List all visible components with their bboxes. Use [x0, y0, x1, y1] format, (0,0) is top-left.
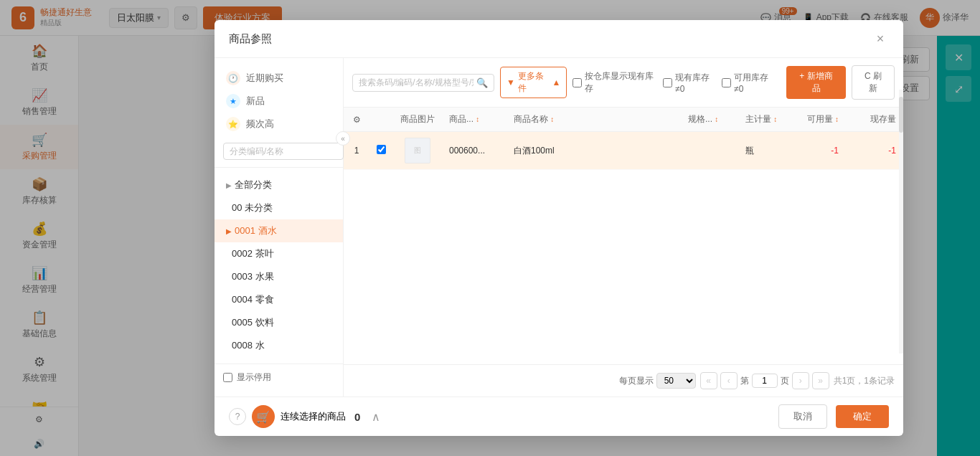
warehouse-checkbox[interactable]: [573, 78, 582, 87]
cart-count: 0: [354, 411, 360, 423]
modal-footer: ? 🛒 连续选择的商品 0 ∧ 取消 确定: [215, 396, 903, 436]
product-table: ⚙ 商品图片 商品... ↕ 商品名称 ↕: [344, 108, 903, 364]
page-size-select[interactable]: 10 20 50 100: [656, 373, 696, 389]
cart-icon: 🛒: [256, 410, 270, 424]
row-unit: 瓶: [738, 132, 788, 170]
last-page-button[interactable]: »: [812, 372, 829, 389]
avail-label: 现有库存≠0: [675, 72, 716, 94]
quick-filter-new[interactable]: ★ 新品: [220, 90, 337, 113]
cat-item-snack[interactable]: 0004 零食: [215, 288, 343, 311]
cat-item-label: 0003 水果: [232, 270, 274, 283]
cat-item-all[interactable]: ▶ 全部分类: [215, 174, 343, 196]
freq-icon: ⭐: [226, 117, 240, 131]
quick-filter-recent[interactable]: 🕐 近期购买: [220, 67, 337, 90]
confirm-button[interactable]: 确定: [836, 405, 889, 428]
row-code: 000600...: [442, 132, 507, 170]
col-checkbox: [369, 108, 393, 132]
recent-icon: 🕐: [226, 71, 240, 85]
quick-filters: 🕐 近期购买 ★ 新品 ⭐ 频次高: [215, 64, 343, 138]
table-row[interactable]: 1 图 000600... 白酒100ml: [344, 132, 903, 170]
col-image-header: 商品图片: [393, 108, 442, 132]
col-settings[interactable]: ⚙: [344, 108, 369, 132]
cat-item-label: 0008 水: [232, 339, 265, 352]
cat-item-label: 0005 饮料: [232, 316, 274, 329]
cat-item-label: 0002 茶叶: [232, 247, 274, 260]
cat-item-label: 00 未分类: [232, 201, 273, 214]
cat-item-uncategorized[interactable]: 00 未分类: [215, 196, 343, 219]
table-toolbar: 🔍 ▼ 更多条件 ▲ 按仓库显示现有库存 现有库存≠0 可用: [344, 58, 903, 108]
cat-item-tea[interactable]: 0002 茶叶: [215, 242, 343, 265]
col-stock-header: 现存量: [846, 108, 903, 132]
scrollbar-thumb[interactable]: [899, 97, 903, 133]
help-button[interactable]: ?: [229, 408, 246, 425]
modal-header: 商品参照 ×: [215, 20, 903, 58]
warehouse-label: 按仓库显示现有库存: [585, 70, 657, 95]
product-search-input[interactable]: [359, 77, 473, 87]
prev-page-button[interactable]: ‹: [720, 372, 738, 389]
cat-item-drink[interactable]: 0005 饮料: [215, 311, 343, 334]
table-settings-icon[interactable]: ⚙: [353, 115, 361, 125]
cat-arrow-icon: ▶: [226, 181, 232, 189]
category-panel: 🕐 近期购买 ★ 新品 ⭐ 频次高 « 🔍: [215, 58, 344, 396]
cat-arrow-icon: ▶: [226, 227, 232, 235]
cat-divider: [215, 167, 343, 168]
category-list: ▶ 全部分类 00 未分类 ▶ 0001 酒水 0002 茶叶 0003 水果: [215, 171, 343, 364]
cart-button[interactable]: 🛒: [252, 405, 275, 428]
avail-checkbox[interactable]: [663, 78, 672, 87]
pagination: 每页显示 10 20 50 100 « ‹ 第 页 › »: [344, 364, 903, 396]
page-size-selector: 每页显示 10 20 50 100: [619, 373, 696, 389]
usable-checkbox[interactable]: [722, 78, 731, 87]
new-icon: ★: [226, 94, 240, 108]
cart-area: ? 🛒 连续选择的商品 0 ∧: [229, 405, 770, 428]
cat-item-label: 0001 酒水: [235, 224, 277, 237]
refresh-table-button[interactable]: C 刷新: [852, 65, 895, 100]
page-number-input[interactable]: [752, 374, 778, 388]
cat-bottom: 显示停用: [215, 364, 343, 391]
scrollbar-track: [899, 90, 903, 353]
quick-filter-freq[interactable]: ⭐ 频次高: [220, 113, 337, 136]
filter-btn-label: 更多条件: [518, 70, 550, 95]
new-product-button[interactable]: + 新增商品: [786, 66, 846, 99]
usable-filter[interactable]: 可用库存≠0: [722, 72, 775, 94]
quick-filter-label: 新品: [246, 95, 265, 108]
cat-item-label: 全部分类: [235, 179, 272, 191]
row-checkbox[interactable]: [377, 145, 386, 154]
category-search-input[interactable]: [223, 143, 344, 160]
col-unit-header[interactable]: 主计量 ↕: [738, 108, 788, 132]
row-spec: [681, 132, 738, 170]
cart-label: 连续选择的商品: [281, 410, 346, 423]
sort-icon: ↕: [835, 115, 839, 123]
avail-filter[interactable]: 现有库存≠0: [663, 72, 716, 94]
category-search: 🔍: [215, 138, 343, 164]
row-avail: -1: [788, 132, 846, 170]
collapse-panel-button[interactable]: «: [336, 131, 350, 146]
col-code-header[interactable]: 商品... ↕: [442, 108, 507, 132]
sort-icon: ↕: [550, 115, 554, 123]
sort-icon: ↕: [715, 115, 718, 123]
col-name-header[interactable]: 商品名称 ↕: [507, 108, 681, 132]
cat-item-appliances[interactable]: 0010 家电: [215, 357, 343, 364]
cat-item-label: 0004 零食: [232, 293, 274, 306]
first-page-button[interactable]: «: [700, 372, 717, 389]
cancel-button[interactable]: 取消: [778, 404, 827, 429]
col-spec-header[interactable]: 规格... ↕: [681, 108, 738, 132]
cat-item-fruit[interactable]: 0003 水果: [215, 265, 343, 288]
more-filter-button[interactable]: ▼ 更多条件 ▲: [500, 67, 567, 98]
cat-item-water[interactable]: 0008 水: [215, 334, 343, 357]
table-panel: 🔍 ▼ 更多条件 ▲ 按仓库显示现有库存 现有库存≠0 可用: [344, 58, 903, 396]
modal-close-button[interactable]: ×: [872, 30, 889, 47]
col-avail-header[interactable]: 可用量 ↕: [788, 108, 846, 132]
cat-item-liquor[interactable]: ▶ 0001 酒水: [215, 219, 343, 242]
modal-title: 商品参照: [229, 32, 272, 46]
row-image: 图: [393, 132, 442, 170]
page-navigation: « ‹ 第 页 › »: [700, 372, 829, 389]
collapse-cart-icon[interactable]: ∧: [372, 410, 380, 424]
quick-filter-label: 频次高: [246, 118, 274, 130]
row-name: 白酒100ml: [507, 132, 681, 170]
page-label: 页: [781, 375, 789, 387]
next-page-button[interactable]: ›: [792, 372, 809, 389]
warehouse-filter[interactable]: 按仓库显示现有库存: [573, 70, 657, 95]
row-checkbox-cell[interactable]: [369, 132, 393, 170]
show-disabled-checkbox[interactable]: [223, 373, 232, 382]
search-icon[interactable]: 🔍: [476, 77, 488, 88]
